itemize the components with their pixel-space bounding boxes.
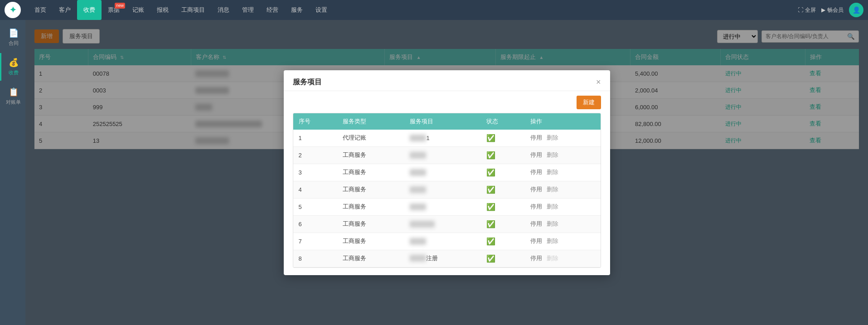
service-modal: 服务项目 × 新建 序号 服务类型 服务项目 (284, 70, 610, 275)
list-item: 8 工商服务 ████注册 ✅ 停用 删除 (293, 250, 601, 267)
list-item: 4 工商服务 ████ ✅ 停用 删除 (293, 181, 601, 198)
vip-icon: ▶ (821, 7, 825, 13)
modal-col-item: 服务项目 (404, 113, 481, 130)
contract-icon: 📄 (9, 28, 19, 38)
vip-button[interactable]: ▶ 畅会员 (821, 6, 844, 14)
nav-tax[interactable]: 报税 (150, 0, 175, 20)
modal-title: 服务项目 (293, 78, 322, 87)
stop-button[interactable]: 停用 (530, 134, 542, 141)
list-item: 2 工商服务 ████ ✅ 停用 删除 (293, 146, 601, 164)
nav-message[interactable]: 消息 (211, 0, 236, 20)
stop-button[interactable]: 停用 (530, 238, 542, 244)
nav-bookkeeping[interactable]: 记账 (126, 0, 150, 20)
modal-col-seq: 序号 (293, 113, 337, 130)
avatar[interactable]: 👤 (849, 3, 863, 17)
stop-button[interactable]: 停用 (530, 186, 542, 193)
nav-manage[interactable]: 管理 (236, 0, 260, 20)
logo-icon: ✦ (5, 2, 21, 18)
new-badge: new (115, 3, 125, 9)
list-item: 1 代理记账 ████1 ✅ 停用 删除 (293, 130, 601, 147)
main-layout: 📄 合同 💰 收费 📋 对账单 新增 服务项目 进行中 已完成 全部 (0, 20, 868, 325)
status-check-icon: ✅ (486, 203, 495, 211)
modal-new-button[interactable]: 新建 (577, 96, 601, 109)
modal-body: 序号 服务类型 服务项目 状态 操作 1 代理记账 (284, 113, 610, 275)
sidebar-item-charge[interactable]: 💰 收费 (0, 53, 25, 81)
top-nav: ✦ 首页 客户 收费 票据 new 记账 报税 工商项目 消息 管理 经营 服务… (0, 0, 868, 20)
nav-home[interactable]: 首页 (28, 0, 53, 20)
stop-button[interactable]: 停用 (530, 203, 542, 210)
nav-business[interactable]: 工商项目 (175, 0, 211, 20)
sidebar: 📄 合同 💰 收费 📋 对账单 (0, 20, 25, 325)
statement-icon: 📋 (9, 87, 19, 97)
fullscreen-icon: ⛶ (798, 7, 803, 13)
nav-charge[interactable]: 收费 (77, 0, 102, 20)
nav-service[interactable]: 服务 (285, 0, 309, 20)
sidebar-item-statement[interactable]: 📋 对账单 (0, 82, 25, 110)
modal-overlay: 服务项目 × 新建 序号 服务类型 服务项目 (25, 20, 868, 325)
modal-table-wrapper[interactable]: 序号 服务类型 服务项目 状态 操作 1 代理记账 (293, 113, 601, 268)
delete-button[interactable]: 删除 (547, 203, 558, 210)
delete-button[interactable]: 删除 (547, 134, 558, 141)
stop-button[interactable]: 停用 (530, 169, 542, 175)
stop-button[interactable]: 停用 (530, 255, 542, 262)
modal-toolbar: 新建 (284, 91, 610, 113)
status-check-icon: ✅ (486, 255, 495, 262)
status-check-icon: ✅ (486, 186, 495, 194)
modal-col-action: 操作 (525, 113, 601, 130)
nav-customer[interactable]: 客户 (53, 0, 77, 20)
stop-button[interactable]: 停用 (530, 220, 542, 227)
status-check-icon: ✅ (486, 134, 495, 142)
fullscreen-button[interactable]: ⛶ 全屏 (798, 6, 816, 14)
modal-col-status: 状态 (481, 113, 525, 130)
modal-close-button[interactable]: × (596, 78, 601, 87)
nav-settings[interactable]: 设置 (309, 0, 334, 20)
nav-invoice[interactable]: 票据 new (102, 0, 126, 20)
delete-button[interactable]: 删除 (547, 220, 558, 227)
delete-button[interactable]: 删除 (547, 169, 558, 175)
list-item: 3 工商服务 ████ ✅ 停用 删除 (293, 164, 601, 181)
modal-col-type: 服务类型 (337, 113, 404, 130)
content-area: 新增 服务项目 进行中 已完成 全部 🔍 序号 合同编码 ⇅ (25, 20, 868, 325)
status-check-icon: ✅ (486, 238, 495, 245)
list-item: 6 工商服务 ██████ ✅ 停用 删除 (293, 215, 601, 233)
modal-service-table: 序号 服务类型 服务项目 状态 操作 1 代理记账 (293, 113, 601, 267)
status-check-icon: ✅ (486, 220, 495, 228)
stop-button[interactable]: 停用 (530, 151, 542, 158)
modal-header: 服务项目 × (284, 70, 610, 91)
delete-button[interactable]: 删除 (547, 151, 558, 158)
charge-icon: 💰 (9, 58, 19, 68)
status-check-icon: ✅ (486, 151, 495, 159)
list-item: 7 工商服务 ████ ✅ 停用 删除 (293, 233, 601, 250)
delete-button-disabled: 删除 (547, 255, 558, 262)
status-check-icon: ✅ (486, 169, 495, 176)
delete-button[interactable]: 删除 (547, 186, 558, 193)
nav-operation[interactable]: 经营 (260, 0, 285, 20)
delete-button[interactable]: 删除 (547, 238, 558, 244)
sidebar-item-contract[interactable]: 📄 合同 (0, 24, 25, 51)
list-item: 5 工商服务 ████ ✅ 停用 删除 (293, 198, 601, 215)
